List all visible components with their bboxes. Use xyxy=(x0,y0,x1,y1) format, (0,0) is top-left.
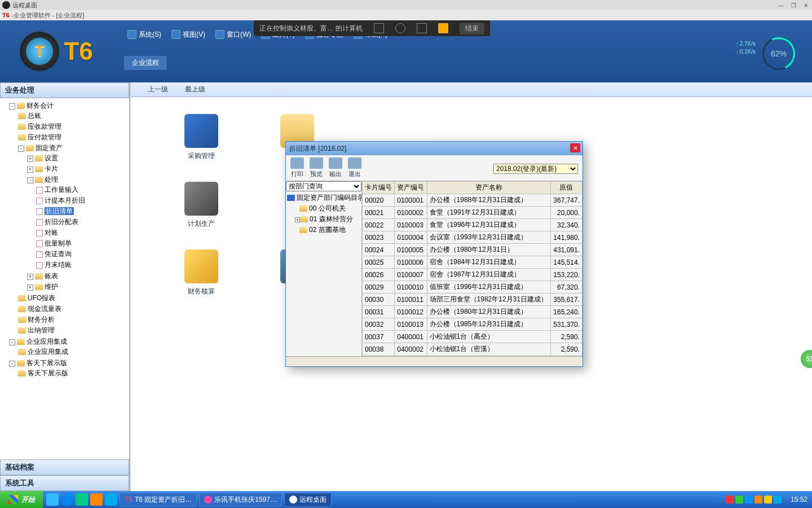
table-row[interactable]: 000250100006宿舍（1984年12月31日建成）145,514. xyxy=(363,256,582,269)
quick-launch-2[interactable] xyxy=(61,493,73,506)
volume-icon[interactable] xyxy=(395,23,405,33)
col-card[interactable]: 卡片编号 xyxy=(363,182,395,194)
task-t6[interactable]: T6T6 固定资产折旧… xyxy=(120,493,197,507)
node-maintain[interactable]: +维护 xyxy=(27,282,129,292)
close-icon[interactable]: ✕ xyxy=(801,1,811,9)
node-ap[interactable]: 应付款管理 xyxy=(18,132,129,143)
node-cashflow[interactable]: 现金流量表 xyxy=(18,304,129,314)
table-row[interactable]: 000380400002小松油锯1台（密溪）2,590. xyxy=(363,343,582,356)
table-row[interactable]: 000260100007宿舍（1987年12月31日建成）153,220. xyxy=(363,269,582,281)
dept-tree-root[interactable]: 固定资产部门编码目录 xyxy=(287,192,360,203)
crumb-up[interactable]: 上一级 xyxy=(148,85,168,94)
table-row[interactable]: 000310100012办公楼（1980年12月31日建成）165,240. xyxy=(363,306,582,318)
node-demo[interactable]: -客天下展示版 客天下展示版 xyxy=(9,358,129,379)
table-row[interactable]: 000370400001小松油锯1台（高垒）2,590. xyxy=(363,331,582,343)
exit-button[interactable]: 退出 xyxy=(348,157,361,178)
menu-system[interactable]: 系统(S) xyxy=(124,29,165,41)
table-row[interactable]: 000240100005办公楼（1980年12月31日）431,091. xyxy=(363,244,582,256)
table-row[interactable]: 000200100001办公楼（1988年12月31日建成）367,747. xyxy=(363,194,582,207)
task-lexun[interactable]: 乐讯手机张庆1597… xyxy=(199,493,282,507)
dept-tree: 固定资产部门编码目录 00 公司机关 +01 森林经营分 02 苗圃基地 xyxy=(286,191,361,356)
node-fa-settings[interactable]: +设置 xyxy=(27,153,129,164)
table-row[interactable]: 000300100011场部三用食堂（1982年12月31日建成）355,617… xyxy=(363,294,582,306)
app-title-text: -企业管理软件 - [企业流程] xyxy=(11,11,85,20)
table-row[interactable]: 000220100003食堂（1996年12月31日建成）32,340. xyxy=(363,219,582,231)
fullscreen-icon[interactable] xyxy=(374,23,384,33)
node-demo-child[interactable]: 客天下展示版 xyxy=(18,368,129,379)
tray-icon[interactable] xyxy=(754,496,762,503)
node-ar[interactable]: 应收款管理 xyxy=(18,121,129,132)
preview-button[interactable]: 预览 xyxy=(310,157,323,178)
taskbar-clock[interactable]: 15:52 xyxy=(786,496,812,503)
table-row[interactable]: 000290100010值班室（1996年12月31日建成）67,320. xyxy=(363,281,582,294)
sidebar-head-biz[interactable]: 业务处理 xyxy=(0,82,129,98)
quick-launch-1[interactable] xyxy=(46,493,59,506)
export-button[interactable]: 输出 xyxy=(329,157,342,178)
tray-icon[interactable] xyxy=(745,496,753,503)
tray-icon[interactable] xyxy=(726,496,734,503)
print-button[interactable]: 打印 xyxy=(290,157,304,178)
node-recon[interactable]: 对账 xyxy=(36,227,129,238)
menu-view[interactable]: 视图(V) xyxy=(168,29,209,41)
node-ei-child[interactable]: 企业应用集成 xyxy=(18,347,129,357)
pin-icon[interactable] xyxy=(438,23,448,33)
node-fa-cards[interactable]: +卡片 xyxy=(27,164,129,174)
tray-icon[interactable] xyxy=(764,496,772,503)
tab-enterprise-flow[interactable]: 企业流程 xyxy=(124,56,167,70)
add-icon[interactable] xyxy=(417,23,427,33)
shortcut-finance[interactable]: 财务核算 xyxy=(176,249,227,296)
quick-launch-4[interactable] xyxy=(90,493,103,506)
sidebar-head-sys[interactable]: 系统工具 xyxy=(0,475,129,491)
node-dep-list[interactable]: 折旧清单 xyxy=(36,206,129,217)
lexun-icon xyxy=(204,496,212,503)
dialog-hscrollbar[interactable] xyxy=(286,356,582,366)
node-finanalysis[interactable]: 财务分析 xyxy=(18,314,129,325)
col-asset[interactable]: 资产编号 xyxy=(395,182,427,194)
tray-icon[interactable] xyxy=(774,496,782,503)
sidebar-head-base[interactable]: 基础档案 xyxy=(0,459,129,475)
purchase-icon xyxy=(184,114,218,148)
node-voucher-query[interactable]: 凭证查询 xyxy=(36,249,129,260)
task-remote-desktop[interactable]: 远程桌面 xyxy=(284,493,332,507)
node-batch[interactable]: 批量制单 xyxy=(36,238,129,249)
remote-desktop-titlebar: 远程桌面 — ❐ ✕ xyxy=(0,0,812,10)
node-ufo[interactable]: UFO报表 xyxy=(18,293,129,304)
node-work-input[interactable]: 工作量输入 xyxy=(36,185,129,195)
period-select[interactable]: 2018.02(登录)(最新) xyxy=(493,164,578,174)
node-reports[interactable]: +账表 xyxy=(27,271,129,282)
dept-node-02[interactable]: 02 苗圃基地 xyxy=(287,225,360,235)
dialog-close-button[interactable]: ✕ xyxy=(570,143,580,152)
quick-launch-5[interactable] xyxy=(105,493,117,506)
node-month-close[interactable]: 月末结账 xyxy=(36,260,129,270)
menu-window[interactable]: 窗口(W) xyxy=(212,29,254,41)
node-dep-alloc[interactable]: 折旧分配表 xyxy=(36,217,129,227)
node-fa[interactable]: -固定资产 +设置 +卡片 -处理 工作量输入 计提本月折旧 折旧清单 折旧分配… xyxy=(18,143,129,293)
table-row[interactable]: 000210100002食堂（1991年12月31日建成）20,000. xyxy=(363,207,582,219)
node-cashier[interactable]: 出纳管理 xyxy=(18,325,129,336)
shortcut-production[interactable]: 计划生产 xyxy=(176,182,227,229)
table-row[interactable]: 000320100013办公楼（1985年12月31日建成）531,370. xyxy=(363,318,582,331)
asset-grid[interactable]: 卡片编号 资产编号 资产名称 原值 000200100001办公楼（1988年1… xyxy=(362,181,582,356)
minimize-icon[interactable]: — xyxy=(776,1,786,9)
dialog-titlebar[interactable]: 折旧清单 [2018.02] ✕ xyxy=(286,142,582,155)
node-finacc[interactable]: -财务会计 总账 应收款管理 应付款管理 -固定资产 +设置 +卡片 -处理 工… xyxy=(9,100,129,336)
col-name[interactable]: 资产名称 xyxy=(427,182,550,194)
col-orig[interactable]: 原值 xyxy=(550,182,582,194)
node-ei[interactable]: -企业应用集成 企业应用集成 xyxy=(9,336,129,358)
start-button[interactable]: 开始 xyxy=(0,491,43,508)
node-calc-dep[interactable]: 计提本月折旧 xyxy=(36,195,129,206)
maximize-icon[interactable]: ❐ xyxy=(788,1,798,9)
query-mode-select[interactable]: 按部门查询 xyxy=(286,181,361,191)
crumb-top[interactable]: 最上级 xyxy=(185,85,205,94)
dialog-title-text: 折旧清单 [2018.02] xyxy=(289,144,346,154)
node-gl[interactable]: 总账 xyxy=(18,111,129,121)
end-session-button[interactable]: 结束 xyxy=(460,23,484,34)
tray-icon[interactable] xyxy=(735,496,743,503)
table-row[interactable]: 000230100004会议室（1993年12月31日建成）141,980. xyxy=(363,231,582,244)
quick-launch-3[interactable] xyxy=(76,493,88,506)
dept-node-01[interactable]: +01 森林经营分 xyxy=(287,214,360,225)
dept-node-00[interactable]: 00 公司机关 xyxy=(287,203,360,214)
shortcut-purchase[interactable]: 采购管理 xyxy=(176,114,227,161)
app-logo-text: T6 xyxy=(2,12,10,19)
node-fa-process[interactable]: -处理 工作量输入 计提本月折旧 折旧清单 折旧分配表 对账 批量制单 凭证查询 xyxy=(27,174,129,271)
